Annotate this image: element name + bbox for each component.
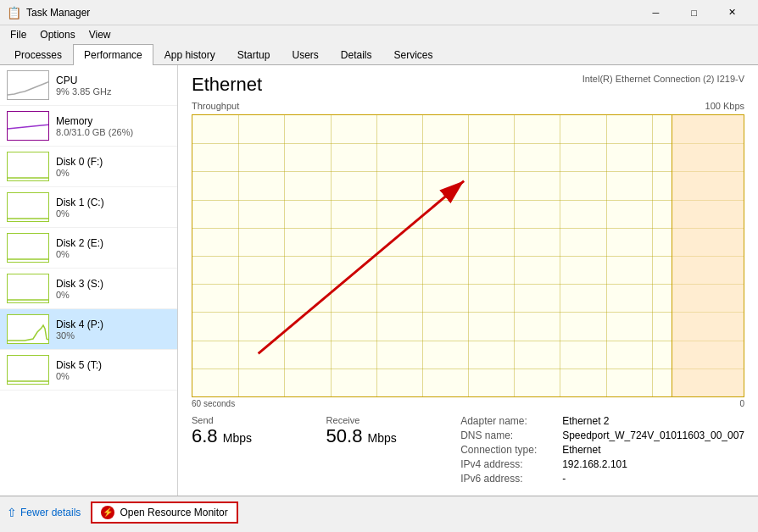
- disk5-thumbnail: [7, 355, 49, 385]
- disk3-value: 0%: [56, 290, 170, 300]
- disk3-thumbnail: [7, 274, 49, 303]
- time-label-left: 60 seconds: [192, 399, 235, 408]
- receive-value: 50.8 Mbps: [326, 425, 444, 447]
- sidebar-item-disk2[interactable]: Disk 2 (E:) 0%: [0, 228, 177, 269]
- tab-performance[interactable]: Performance: [73, 44, 153, 65]
- graph-header: Ethernet Intel(R) Ethernet Connection (2…: [192, 74, 744, 96]
- grid-v5: [422, 115, 423, 396]
- grid-v4: [376, 115, 377, 396]
- disk0-label: Disk 0 (F:): [56, 156, 170, 168]
- sidebar-item-disk1[interactable]: Disk 1 (C:) 0%: [0, 187, 177, 228]
- main-content: CPU 9% 3.85 GHz Memory 8.0/31.0 GB (26%)…: [0, 65, 758, 496]
- cpu-label: CPU: [56, 75, 170, 86]
- bottom-bar: ⇧ Fewer details ⚡ Open Resource Monitor: [0, 496, 758, 528]
- grid-v6: [468, 115, 469, 396]
- grid-v8: [560, 115, 560, 396]
- cpu-value: 9% 3.85 GHz: [56, 86, 170, 97]
- disk5-info: Disk 5 (T:) 0%: [56, 359, 170, 381]
- grid-v10: [652, 115, 653, 396]
- receive-label: Receive: [326, 415, 444, 425]
- tab-details[interactable]: Details: [330, 44, 383, 65]
- sidebar-item-cpu[interactable]: CPU 9% 3.85 GHz: [0, 65, 177, 106]
- grid-v3: [331, 115, 332, 396]
- sidebar-item-disk0[interactable]: Disk 0 (F:) 0%: [0, 147, 177, 187]
- sidebar-item-disk3[interactable]: Disk 3 (S:) 0%: [0, 269, 177, 309]
- graph-highlight: [672, 115, 744, 396]
- open-resource-label: Open Resource Monitor: [120, 507, 227, 518]
- disk4-value: 30%: [56, 330, 170, 341]
- disk1-thumbnail: [7, 192, 49, 222]
- tab-users[interactable]: Users: [281, 44, 329, 65]
- disk2-value: 0%: [56, 249, 170, 259]
- disk4-label: Disk 4 (P:): [56, 319, 170, 330]
- disk0-value: 0%: [56, 168, 170, 178]
- disk1-label: Disk 1 (C:): [56, 197, 170, 208]
- window-title: Task Manager: [26, 7, 637, 19]
- menu-options[interactable]: Options: [33, 27, 81, 42]
- disk4-thumbnail: [7, 314, 49, 344]
- throughput-label: Throughput: [192, 101, 239, 111]
- maximize-button[interactable]: □: [675, 0, 713, 25]
- open-resource-monitor-button[interactable]: ⚡ Open Resource Monitor: [91, 502, 237, 524]
- resource-monitor-icon: ⚡: [101, 506, 114, 519]
- cpu-thumbnail: [7, 70, 49, 100]
- disk5-value: 0%: [56, 371, 170, 381]
- minimize-button[interactable]: ─: [637, 0, 675, 25]
- send-stat: Send 6.8 Mbps: [192, 415, 309, 487]
- graph-title: Ethernet: [192, 74, 262, 96]
- sidebar-item-disk5[interactable]: Disk 5 (T:) 0%: [0, 350, 177, 391]
- tab-processes[interactable]: Processes: [3, 44, 73, 65]
- fewer-details-button[interactable]: ⇧ Fewer details: [7, 506, 81, 519]
- send-value: 6.8 Mbps: [192, 425, 309, 447]
- sidebar-item-disk4[interactable]: Disk 4 (P:) 30%: [0, 309, 177, 350]
- menu-view[interactable]: View: [82, 27, 118, 42]
- disk2-info: Disk 2 (E:) 0%: [56, 237, 170, 259]
- dns-name-row: DNS name: Speedport_W_724V_01011603_00_0…: [460, 429, 744, 441]
- graph-subtitle: Intel(R) Ethernet Connection (2) I219-V: [582, 74, 744, 84]
- sidebar-item-memory[interactable]: Memory 8.0/31.0 GB (26%): [0, 106, 177, 147]
- disk2-label: Disk 2 (E:): [56, 237, 170, 249]
- memory-value: 8.0/31.0 GB (26%): [56, 127, 170, 137]
- grid-v9: [606, 115, 607, 396]
- memory-label: Memory: [56, 115, 170, 127]
- disk5-label: Disk 5 (T:): [56, 359, 170, 371]
- app-icon: 📋: [7, 6, 21, 19]
- memory-thumbnail: [7, 111, 49, 141]
- graph-labels: Throughput 100 Kbps: [192, 101, 744, 111]
- window-controls: ─ □ ✕: [637, 0, 751, 25]
- adapter-name-row: Adapter name: Ethernet 2: [460, 415, 744, 427]
- tab-services[interactable]: Services: [383, 44, 444, 65]
- cpu-info: CPU 9% 3.85 GHz: [56, 75, 170, 97]
- graph-container: [192, 114, 744, 397]
- time-label-right: 0: [739, 399, 744, 408]
- disk0-info: Disk 0 (F:) 0%: [56, 156, 170, 178]
- tab-bar: Processes Performance App history Startu…: [0, 44, 758, 65]
- grid-v7: [514, 115, 515, 396]
- tab-app-history[interactable]: App history: [153, 44, 226, 65]
- fewer-details-label: Fewer details: [20, 507, 81, 518]
- disk3-label: Disk 3 (S:): [56, 278, 170, 290]
- graph-time-labels: 60 seconds 0: [192, 399, 744, 408]
- title-bar: 📋 Task Manager ─ □ ✕: [0, 0, 758, 25]
- send-label: Send: [192, 415, 309, 425]
- tab-startup[interactable]: Startup: [226, 44, 281, 65]
- svg-line-6: [259, 181, 465, 354]
- sidebar: CPU 9% 3.85 GHz Memory 8.0/31.0 GB (26%)…: [0, 65, 178, 496]
- close-button[interactable]: ✕: [713, 0, 751, 25]
- disk0-thumbnail: [7, 152, 49, 181]
- ipv6-row: IPv6 address: -: [460, 473, 744, 485]
- disk4-info: Disk 4 (P:) 30%: [56, 319, 170, 341]
- grid-v2: [284, 115, 285, 396]
- connection-type-row: Connection type: Ethernet: [460, 444, 744, 456]
- menu-file[interactable]: File: [3, 27, 33, 42]
- up-arrow-icon: ⇧: [7, 506, 17, 519]
- receive-stat: Receive 50.8 Mbps: [326, 415, 444, 487]
- max-label: 100 Kbps: [705, 101, 744, 111]
- stats-row: Send 6.8 Mbps Receive 50.8 Mbps Adapter …: [192, 415, 744, 487]
- disk2-thumbnail: [7, 233, 49, 263]
- disk1-info: Disk 1 (C:) 0%: [56, 197, 170, 219]
- graph-area: Ethernet Intel(R) Ethernet Connection (2…: [178, 65, 758, 496]
- memory-info: Memory 8.0/31.0 GB (26%): [56, 115, 170, 137]
- disk1-value: 0%: [56, 208, 170, 219]
- adapter-info: Adapter name: Ethernet 2 DNS name: Speed…: [460, 415, 744, 487]
